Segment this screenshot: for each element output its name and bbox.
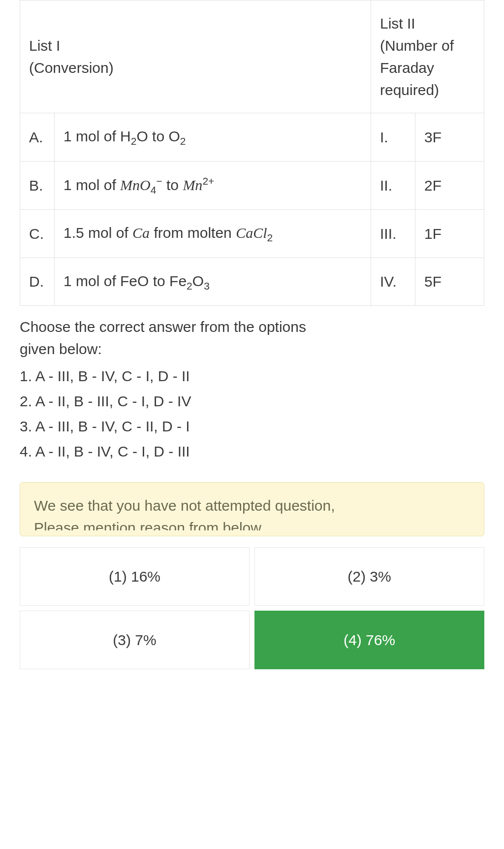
row-letter: C. (20, 210, 55, 258)
row-conversion: 1 mol of H2O to O2 (55, 113, 371, 162)
row-conversion: 1 mol of MnO4− to Mn2+ (55, 161, 371, 210)
table-row: A. 1 mol of H2O to O2 I. 3F (20, 113, 484, 162)
answer-label: (4) 76% (344, 632, 395, 648)
text-option: 2. A - II, B - III, C - I, D - IV (20, 390, 484, 412)
row-value: 5F (415, 258, 484, 306)
list1-subtitle: (Conversion) (29, 57, 362, 79)
list2-sub1: (Number of (380, 34, 475, 57)
answer-label: (1) 16% (109, 568, 160, 585)
text-option: 1. A - III, B - IV, C - I, D - II (20, 365, 484, 387)
not-attempted-notice: We see that you have not attempted quest… (20, 482, 484, 536)
notice-line1: We see that you have not attempted quest… (34, 494, 470, 517)
row-letter: D. (20, 258, 55, 306)
table-row: B. 1 mol of MnO4− to Mn2+ II. 2F (20, 161, 484, 210)
list2-title: List II (380, 12, 475, 34)
row-letter: A. (20, 113, 55, 162)
answer-label: (2) 3% (347, 568, 391, 585)
row-value: 2F (415, 161, 484, 210)
row-roman: II. (371, 161, 415, 210)
answer-option-2[interactable]: (2) 3% (254, 547, 484, 606)
row-value: 3F (415, 113, 484, 162)
matching-table: List I (Conversion) List II (Number of F… (20, 0, 484, 306)
answer-grid: (1) 16% (2) 3% (3) 7% (4) 76% (20, 547, 484, 669)
answer-option-1[interactable]: (1) 16% (20, 547, 250, 606)
table-row: D. 1 mol of FeO to Fe2O3 IV. 5F (20, 258, 484, 306)
question-prompt: Choose the correct answer from the optio… (20, 316, 484, 360)
row-roman: I. (371, 113, 415, 162)
row-roman: IV. (371, 258, 415, 306)
row-roman: III. (371, 210, 415, 258)
row-value: 1F (415, 210, 484, 258)
text-option: 3. A - III, B - IV, C - II, D - I (20, 415, 484, 437)
list1-title: List I (29, 34, 362, 57)
notice-line2: Please mention reason from below (34, 517, 470, 530)
list2-header: List II (Number of Faraday required) (371, 0, 484, 113)
table-row: C. 1.5 mol of Ca from molten CaCl2 III. … (20, 210, 484, 258)
row-conversion: 1 mol of FeO to Fe2O3 (55, 258, 371, 306)
row-conversion: 1.5 mol of Ca from molten CaCl2 (55, 210, 371, 258)
list1-header: List I (Conversion) (20, 0, 371, 113)
answer-option-3[interactable]: (3) 7% (20, 611, 250, 669)
text-option: 4. A - II, B - IV, C - I, D - III (20, 440, 484, 462)
list2-sub2: Faraday required) (380, 57, 475, 101)
answer-label: (3) 7% (113, 632, 156, 648)
answer-option-4[interactable]: (4) 76% (254, 611, 484, 669)
row-letter: B. (20, 161, 55, 210)
text-options-list: 1. A - III, B - IV, C - I, D - II 2. A -… (20, 365, 484, 462)
prompt-line2: given below: (20, 341, 102, 357)
prompt-line1: Choose the correct answer from the optio… (20, 319, 306, 335)
